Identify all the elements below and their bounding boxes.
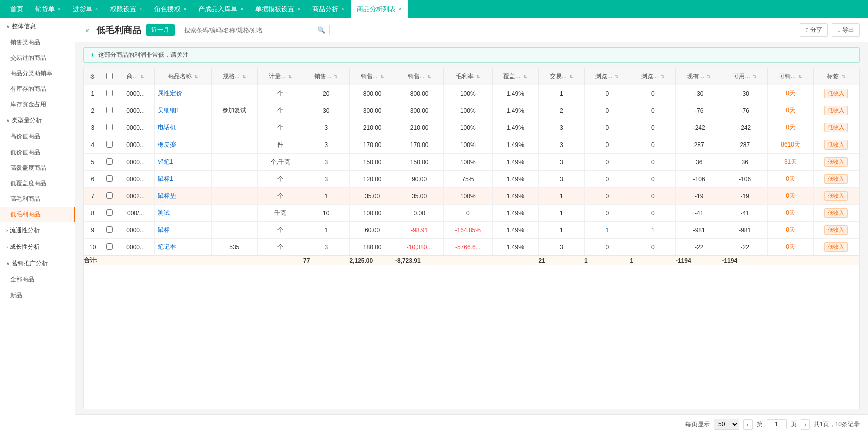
nav-template-close[interactable]: × [297, 0, 300, 18]
nav-purchase[interactable]: 进货单 × [67, 0, 104, 18]
col-available[interactable]: 可用... ⇅ [722, 68, 767, 85]
select-all-checkbox[interactable] [106, 73, 113, 79]
col-name[interactable]: 商品名称 ⇅ [154, 68, 211, 85]
nav-goods-analysis-list[interactable]: 商品分析列表 × [351, 0, 408, 18]
sidebar-item-low-profit[interactable]: 低毛利商品 [0, 207, 75, 222]
sidebar-item-traded-goods[interactable]: 交易过的商品 [0, 50, 75, 66]
nav-purchase-close[interactable]: × [95, 0, 98, 18]
search-icon[interactable]: 🔍 [317, 26, 325, 34]
row-no: 7 [84, 188, 102, 205]
nav-goods-analysis-list-label: 商品分析列表 [357, 0, 396, 18]
nav-permission-label: 权限设置 [110, 0, 136, 18]
row-name[interactable]: 鼠标 [154, 222, 211, 239]
col-settings[interactable]: ⚙ [84, 68, 102, 85]
sidebar-item-stocked-goods[interactable]: 有库存的商品 [0, 81, 75, 97]
sidebar-item-low-coverage[interactable]: 低覆盖度商品 [0, 176, 75, 191]
row-name[interactable]: 属性定价 [154, 85, 211, 102]
col-sales-profit[interactable]: 销售... ⇅ [395, 68, 444, 85]
row-checkbox[interactable] [102, 136, 117, 154]
col-unit[interactable]: 计量... ⇅ [258, 68, 303, 85]
sidebar-group-overall[interactable]: ∨ 整体信息 [0, 18, 75, 35]
sidebar-item-high-profit[interactable]: 高毛利商品 [0, 191, 75, 207]
row-checkbox[interactable] [102, 171, 117, 188]
row-spec [211, 171, 257, 188]
sidebar-item-new-goods[interactable]: 新品 [0, 287, 75, 303]
col-trade-count[interactable]: 交易... ⇅ [539, 68, 584, 85]
row-sellable: 0天 [768, 205, 813, 222]
row-sales-qty: 3 [303, 171, 349, 188]
col-gross-rate[interactable]: 毛利率 ⇅ [443, 68, 492, 85]
row-name[interactable]: 鼠标1 [154, 171, 211, 188]
col-sales-amount[interactable]: 销售... ⇅ [349, 68, 395, 85]
table-row: 7 0002... 鼠标垫 个 1 35.00 35.00 100% 1.49%… [84, 188, 859, 205]
row-browse1: 0 [584, 188, 630, 205]
nav-home[interactable]: 首页 [4, 0, 29, 18]
prev-page-button[interactable]: ‹ [743, 419, 752, 430]
sidebar-item-high-value[interactable]: 高价值商品 [0, 129, 75, 144]
nav-goods-analysis-list-close[interactable]: × [399, 0, 402, 18]
row-name[interactable]: 测试 [154, 205, 211, 222]
row-sellable: 0天 [768, 102, 813, 119]
row-name[interactable]: 橡皮擦 [154, 136, 211, 154]
sidebar-item-category-rate[interactable]: 商品分类助销率 [0, 66, 75, 81]
nav-permission[interactable]: 权限设置 × [104, 0, 148, 18]
row-unit: 件 [258, 136, 303, 154]
nav-template[interactable]: 单据模板设置 × [249, 0, 306, 18]
sidebar-item-high-coverage[interactable]: 高覆盖度商品 [0, 160, 75, 176]
nav-role-close[interactable]: × [184, 0, 187, 18]
row-trade-count: 3 [539, 136, 584, 154]
col-spec[interactable]: 规格... ⇅ [211, 68, 257, 85]
filter-recent-month-button[interactable]: 近一月 [146, 24, 175, 36]
sidebar-group-marketing[interactable]: ∨ 营销推广分析 [0, 255, 75, 272]
row-name[interactable]: 鼠标垫 [154, 188, 211, 205]
col-browse1[interactable]: 浏览... ⇅ [584, 68, 630, 85]
col-coverage[interactable]: 覆盖... ⇅ [492, 68, 538, 85]
nav-sales-close[interactable]: × [58, 0, 61, 18]
nav-goods-analysis[interactable]: 商品分析 × [306, 0, 351, 18]
col-current-stock[interactable]: 现有... ⇅ [676, 68, 722, 85]
row-browse1: 0 [584, 119, 630, 136]
row-name[interactable]: 铅笔1 [154, 154, 211, 171]
next-page-button[interactable]: › [801, 419, 810, 430]
row-tag: 低收入 [813, 102, 859, 119]
sidebar-collapse-button[interactable]: « [83, 26, 91, 34]
nav-product-entry-close[interactable]: × [240, 0, 243, 18]
row-name[interactable]: 电话机 [154, 119, 211, 136]
nav-role[interactable]: 角色授权 × [148, 0, 193, 18]
row-checkbox[interactable] [102, 222, 117, 239]
current-page-input[interactable] [767, 419, 787, 429]
row-current-stock: -981 [676, 222, 722, 239]
sidebar-item-all-goods[interactable]: 全部商品 [0, 272, 75, 287]
col-tag[interactable]: 标签 ⇅ [813, 68, 859, 85]
col-sellable[interactable]: 可销... ⇅ [768, 68, 813, 85]
nav-permission-close[interactable]: × [139, 0, 142, 18]
row-checkbox[interactable] [102, 85, 117, 102]
col-sales-qty[interactable]: 销售... ⇅ [303, 68, 349, 85]
col-browse2[interactable]: 浏览... ⇅ [630, 68, 675, 85]
sidebar-group-circulation[interactable]: › 流通性分析 [0, 222, 75, 239]
row-checkbox[interactable] [102, 102, 117, 119]
search-input[interactable] [184, 27, 317, 34]
nav-goods-analysis-close[interactable]: × [341, 0, 344, 18]
sidebar-item-sales-goods[interactable]: 销售类商品 [0, 35, 75, 50]
row-checkbox[interactable] [102, 205, 117, 222]
col-code[interactable]: 商... ⇅ [117, 68, 154, 85]
row-name[interactable]: 笔记本 [154, 239, 211, 256]
sidebar-group-type-analysis[interactable]: ∨ 类型量分析 [0, 112, 75, 129]
sidebar-item-capital[interactable]: 库存资金占用 [0, 97, 75, 112]
share-button[interactable]: ⤴ 分享 [800, 23, 828, 37]
col-checkbox[interactable] [102, 68, 117, 85]
row-checkbox[interactable] [102, 188, 117, 205]
nav-sales[interactable]: 销货单 × [29, 0, 67, 18]
row-checkbox[interactable] [102, 119, 117, 136]
row-checkbox[interactable] [102, 154, 117, 171]
nav-product-entry[interactable]: 产成品入库单 × [192, 0, 249, 18]
row-checkbox[interactable] [102, 239, 117, 256]
table-row: 6 0000... 鼠标1 个 3 120.00 90.00 75% 1.49%… [84, 171, 859, 188]
export-button[interactable]: ↓ 导出 [832, 23, 860, 37]
row-sales-profit: -98.91 [395, 222, 444, 239]
sidebar-item-low-value[interactable]: 低价值商品 [0, 144, 75, 160]
sidebar-group-growth[interactable]: › 成长性分析 [0, 239, 75, 255]
row-name[interactable]: 吴细细1 [154, 102, 211, 119]
per-page-select[interactable]: 50 10 20 100 [714, 419, 739, 430]
